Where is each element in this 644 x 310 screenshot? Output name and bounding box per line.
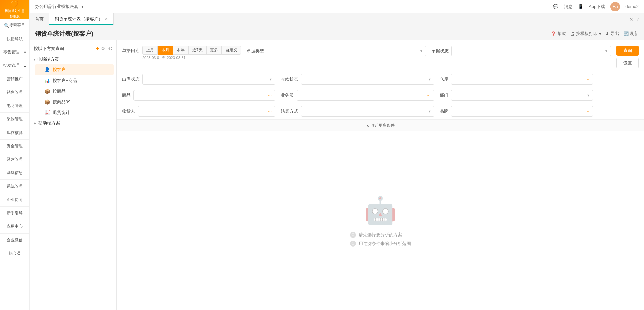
setting-button[interactable]: 设置 — [616, 58, 639, 68]
sidebar-item-ecommerce[interactable]: 电商管理 — [0, 99, 30, 113]
receiver-control[interactable]: ··· — [138, 106, 275, 117]
sidebar-item-wholesale[interactable]: 批发管理 ▴ — [0, 59, 30, 72]
bill-status-label: 单据状态 — [431, 48, 449, 54]
search-label: 搜索菜单 — [9, 22, 25, 28]
scheme-subgroup-pc: 👤 按客户 📊 按客户+商品 📦 按商品 📦 — [32, 64, 114, 118]
date-tab-last-7[interactable]: 近7天 — [189, 46, 206, 55]
scheme-group-mobile-header[interactable]: ▶ 移动端方案 — [32, 118, 114, 128]
settings-scheme-icon[interactable]: ⚙ — [101, 46, 105, 52]
sidebar-item-newbie[interactable]: 新手引导 — [0, 207, 30, 220]
tab-home[interactable]: 首页 — [30, 13, 49, 25]
sidebar-search[interactable]: 🔍 搜索菜单 — [0, 19, 30, 32]
date-range: 2023-03-01 至 2023-03-31 — [142, 55, 241, 60]
help-action[interactable]: ❓ 帮助 — [551, 31, 566, 37]
member-label: 畅会员 — [9, 251, 21, 256]
by-goods-99-label: 按商品99 — [53, 99, 70, 105]
date-tab-custom[interactable]: 自定义 — [222, 46, 241, 55]
scheme-group-pc-header[interactable]: ▾ 电脑端方案 — [32, 54, 114, 64]
scheme-item-by-goods-99[interactable]: 📦 按商品99 — [35, 97, 114, 107]
page-header: 销货单统计表(按客户) ❓ 帮助 🖨 按模板打印 ▾ ⬇ 导出 🔄 刷新 — [30, 25, 644, 40]
chevron-right-mobile-icon: ▶ — [34, 121, 36, 125]
tab-close-icon[interactable]: ✕ — [105, 17, 108, 21]
industry-label: 办公用品行业模拟账套 — [35, 4, 78, 10]
sales-label: 销售管理 — [7, 90, 23, 95]
app-download-label[interactable]: App下载 — [589, 4, 605, 10]
sidebar-item-inventory[interactable]: 库存核算 — [0, 126, 30, 140]
sidebar-item-wechat[interactable]: 企业微信 — [0, 234, 30, 247]
empty-state: 🤖 ① 请先选择要分析的方案 ② 用过滤条件来缩小分析范围 — [117, 131, 644, 310]
main-area: 办公用品行业模拟账套 ▾ 💬 消息 📱 App下载 Ea demo2 首页 销货… — [30, 0, 644, 310]
quick-nav[interactable]: 快捷导航 — [0, 32, 30, 46]
message-label[interactable]: 消息 — [564, 4, 573, 10]
collapse-panel-icon[interactable]: ≪ — [107, 46, 112, 52]
export-label: 导出 — [610, 31, 619, 37]
bill-status-control[interactable]: ▾ — [451, 46, 611, 56]
goods-control[interactable]: ··· — [133, 90, 275, 101]
return-stats-label: 退货统计 — [53, 110, 70, 116]
hint-num-2: ② — [350, 241, 356, 247]
close-window-icon[interactable]: ✕ — [629, 17, 633, 22]
app-logo: 🧡 畅捷通好生意 标准版 — [0, 0, 30, 19]
warehouse-control[interactable]: ··· — [451, 74, 593, 85]
refresh-action[interactable]: 🔄 刷新 — [623, 31, 639, 37]
scheme-item-by-goods[interactable]: 📦 按商品 — [35, 86, 114, 97]
scheme-item-by-customer[interactable]: 👤 按客户 — [35, 64, 114, 75]
print-action[interactable]: 🖨 按模板打印 ▾ — [570, 31, 601, 37]
sidebar-item-basic[interactable]: 基础信息 — [0, 166, 30, 180]
maximize-icon[interactable]: ⤢ — [636, 17, 640, 22]
sidebar-item-finance[interactable]: 资金管理 — [0, 140, 30, 153]
page-title: 销货单统计表(按客户) — [35, 30, 93, 38]
dept-chevron-icon: ▾ — [587, 93, 589, 98]
date-tab-more[interactable]: 更多 — [206, 46, 222, 55]
date-tab-last-month[interactable]: 上月 — [142, 46, 158, 55]
sidebar-item-operation[interactable]: 经营管理 — [0, 153, 30, 166]
date-tabs: 上月 本月 本年 近7天 更多 自定义 — [142, 46, 241, 55]
chevron-up-icon: ▴ — [24, 63, 26, 68]
out-status-chevron-icon: ▾ — [270, 77, 272, 82]
sidebar-item-sales[interactable]: 销售管理 — [0, 86, 30, 99]
by-goods-99-icon: 📦 — [44, 99, 50, 105]
sidebar-item-member[interactable]: 畅会员 — [0, 247, 30, 260]
topbar-left: 办公用品行业模拟账套 ▾ — [35, 4, 84, 10]
add-scheme-icon[interactable]: + — [96, 46, 99, 52]
brand-control[interactable]: ··· — [451, 106, 593, 117]
collapse-bar[interactable]: ∧ 收起更多条件 — [117, 120, 644, 131]
left-panel-title: 按以下方案查询 — [34, 46, 64, 52]
user-name[interactable]: demo2 — [625, 4, 639, 9]
wholesale-label: 批发管理 — [3, 63, 19, 68]
logo-icon: 🧡 — [10, 0, 19, 8]
industry-dropdown-icon[interactable]: ▾ — [81, 4, 84, 9]
purchase-label: 采购管理 — [7, 116, 23, 122]
sidebar-item-cooperation[interactable]: 企业协同 — [0, 193, 30, 207]
sidebar-item-purchase[interactable]: 采购管理 — [0, 113, 30, 126]
message-icon: 💬 — [553, 4, 558, 9]
print-dropdown-icon[interactable]: ▾ — [599, 31, 601, 36]
settle-control[interactable]: ▾ — [301, 106, 434, 117]
query-button[interactable]: 查询 — [616, 46, 639, 56]
bill-type-chevron-icon: ▾ — [420, 49, 422, 53]
date-tab-this-year[interactable]: 本年 — [173, 46, 189, 55]
sidebar-item-appcenter[interactable]: 应用中心 — [0, 220, 30, 234]
app-download-icon: 📱 — [578, 4, 583, 9]
salesman-control[interactable]: ··· — [297, 90, 434, 101]
export-action[interactable]: ⬇ 导出 — [605, 31, 619, 37]
sidebar-item-retail[interactable]: 零售管理 ▾ — [0, 46, 30, 59]
receipt-status-control[interactable]: ▾ — [301, 74, 434, 85]
warehouse-dots-icon: ··· — [585, 76, 589, 82]
scheme-item-by-customer-goods[interactable]: 📊 按客户+商品 — [35, 75, 114, 86]
sidebar-item-marketing[interactable]: 营销推广 — [0, 72, 30, 86]
out-status-control[interactable]: ▾ — [142, 74, 275, 85]
scheme-item-return-stats[interactable]: 📈 退货统计 — [35, 107, 114, 118]
help-icon: ❓ — [551, 31, 556, 36]
hint-text-2: 用过滤条件来缩小分析范围 — [359, 241, 411, 247]
collapse-label: 收起更多条件 — [371, 123, 395, 128]
sidebar-item-system[interactable]: 系统管理 — [0, 180, 30, 193]
dept-control[interactable]: ▾ — [451, 90, 593, 101]
tab-sales-stats[interactable]: 销货单统计表（按客户） ✕ — [49, 13, 114, 25]
bill-type-label: 单据类型 — [247, 48, 264, 54]
bill-type-control[interactable]: ▾ — [267, 46, 426, 56]
warehouse-label: 仓库 — [440, 76, 448, 82]
date-tab-this-month[interactable]: 本月 — [158, 46, 173, 55]
system-label: 系统管理 — [7, 184, 23, 189]
left-panel-icons: + ⚙ ≪ — [96, 46, 112, 52]
